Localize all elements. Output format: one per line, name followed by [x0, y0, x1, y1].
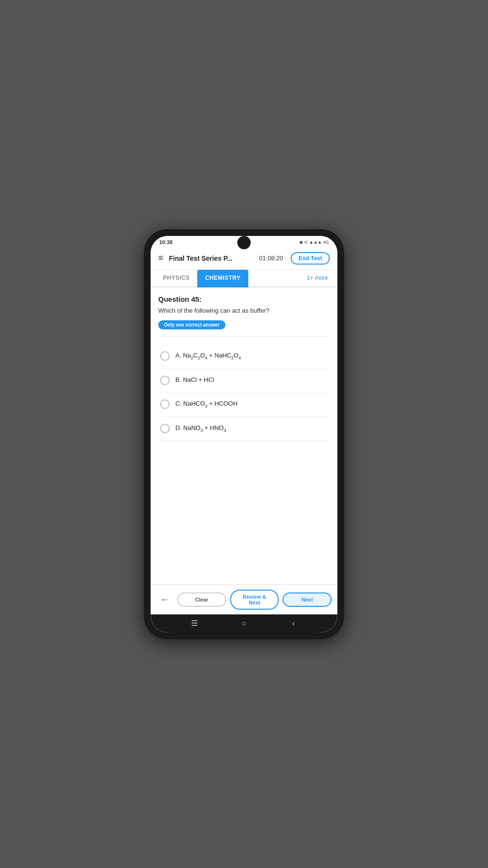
- tabs-bar: PHYSICS CHEMISTRY 1+ more: [151, 270, 337, 287]
- radio-b[interactable]: [160, 376, 170, 385]
- end-test-button[interactable]: End Test: [291, 252, 330, 265]
- option-b[interactable]: B. NaCl + HCl: [158, 368, 330, 392]
- system-nav-bar: ☰ ○ ‹: [151, 614, 337, 633]
- tab-chemistry[interactable]: CHEMISTRY: [197, 270, 248, 287]
- radio-c[interactable]: [160, 399, 170, 409]
- option-c-text: C. NaHCO3 + HCOOH: [175, 399, 237, 409]
- option-d[interactable]: D. NaNO3 + HNO3: [158, 417, 330, 441]
- system-back-icon[interactable]: ‹: [288, 618, 299, 629]
- option-d-text: D. NaNO3 + HNO3: [175, 423, 226, 434]
- review-next-button[interactable]: Review & Next: [230, 590, 279, 610]
- system-menu-icon[interactable]: ☰: [189, 618, 200, 629]
- option-a-text: A. Na2C2O4 + NaHC2O4: [175, 351, 241, 361]
- question-number: Question 45:: [158, 295, 330, 303]
- camera-notch: [237, 236, 251, 249]
- hamburger-icon[interactable]: ≡: [158, 253, 163, 263]
- option-c[interactable]: C. NaHCO3 + HCOOH: [158, 392, 330, 417]
- content-area: Question 45: Which of the following can …: [151, 287, 337, 584]
- option-b-text: B. NaCl + HCl: [175, 375, 214, 385]
- clear-button[interactable]: Clear: [177, 592, 226, 607]
- tab-more[interactable]: 1+ more: [302, 270, 333, 286]
- status-time: 10:38: [159, 239, 173, 245]
- header-title: Final Test Series P...: [169, 255, 255, 262]
- question-text: Which of the following can act as buffer…: [158, 306, 330, 316]
- tab-physics[interactable]: PHYSICS: [155, 270, 197, 287]
- radio-d[interactable]: [160, 424, 170, 433]
- phone-device: 10:38 ◉ ⊙ ▲▲▲ 4G ≡ Final Test Series P..…: [144, 229, 344, 639]
- back-button[interactable]: ←: [156, 592, 173, 607]
- answer-type-badge: Only one correct answer: [158, 320, 225, 329]
- system-home-icon[interactable]: ○: [239, 618, 249, 629]
- header: ≡ Final Test Series P... 01:08:20 End Te…: [151, 247, 337, 270]
- divider: [158, 336, 330, 337]
- timer-display: 01:08:20: [259, 255, 284, 262]
- bottom-nav: ← Clear Review & Next Next: [151, 584, 337, 614]
- option-a[interactable]: A. Na2C2O4 + NaHC2O4: [158, 344, 330, 368]
- radio-a[interactable]: [160, 351, 170, 361]
- status-icons: ◉ ⊙ ▲▲▲ 4G: [299, 240, 329, 245]
- next-button[interactable]: Next: [283, 592, 332, 607]
- phone-screen: 10:38 ◉ ⊙ ▲▲▲ 4G ≡ Final Test Series P..…: [151, 236, 337, 633]
